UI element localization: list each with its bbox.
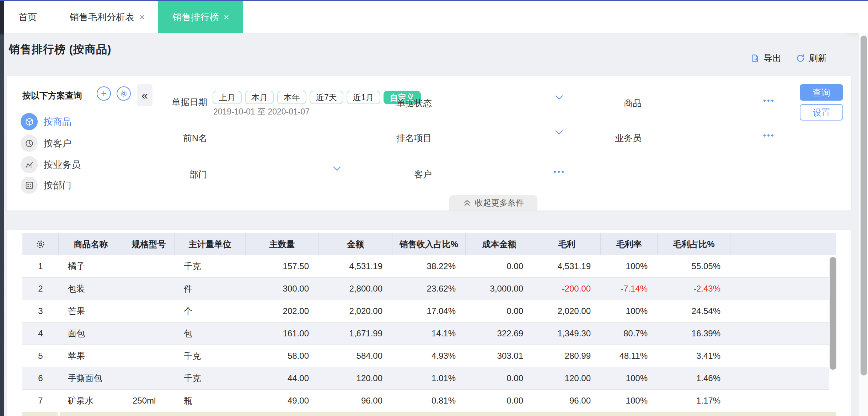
table-cell: 24.54% — [658, 300, 730, 322]
department-select[interactable] — [211, 163, 351, 181]
tab-bar: 首页销售毛利分析表×销售排行榜× — [4, 1, 868, 33]
column-settings-gear-icon[interactable] — [22, 233, 59, 255]
settings-button[interactable]: 设置 — [800, 104, 843, 121]
field-customer: 客户 — [370, 163, 573, 181]
field-top-n: 前N名 — [145, 127, 351, 145]
collapsed-nav-strip[interactable] — [0, 0, 4, 416]
column-header-毛利[interactable]: 毛利 — [533, 233, 601, 255]
table-row[interactable]: 4面包包161.001,671.9914.1%322.691,349.3080.… — [22, 322, 829, 345]
table-cell: 0.81% — [392, 390, 466, 412]
scheme-settings-button[interactable] — [117, 86, 131, 101]
date-pill-上月[interactable]: 上月 — [213, 91, 242, 104]
collapse-more-filters-button[interactable]: 收起更多条件 — [449, 195, 537, 210]
chevron-down-icon — [554, 95, 564, 100]
date-range-value[interactable]: 2019-10-01 至 2020-01-07 — [213, 106, 310, 117]
customer-lookup-input[interactable] — [436, 163, 573, 181]
field-product: 商品 — [599, 92, 783, 110]
column-header-毛利率[interactable]: 毛利率 — [601, 233, 658, 255]
field-label: 业务员 — [599, 127, 642, 145]
table-cell — [123, 255, 175, 277]
tab-close-icon[interactable]: × — [139, 12, 145, 22]
table-cell: 303.01 — [466, 345, 533, 367]
tab-close-icon[interactable]: × — [224, 12, 229, 22]
field-label: 排名项目 — [370, 127, 432, 145]
date-pill-本年[interactable]: 本年 — [277, 91, 306, 104]
export-button[interactable]: 导出 — [750, 52, 781, 64]
table-row[interactable]: 7矿泉水250ml瓶49.0096.000.81%0.0096.00100%1.… — [22, 390, 829, 412]
field-label: 单据状态 — [370, 92, 432, 110]
table-cell: 120.00 — [319, 367, 392, 389]
query-button[interactable]: 查询 — [800, 84, 843, 101]
ellipsis-icon[interactable] — [763, 134, 773, 137]
product-lookup-input[interactable] — [646, 92, 783, 110]
column-header-销售收入占比%[interactable]: 销售收入占比% — [392, 233, 466, 255]
table-cell: 300.00 — [246, 278, 319, 300]
table-cell: 芒果 — [59, 300, 123, 322]
page-scrollbar-track[interactable] — [859, 33, 868, 416]
top-n-input[interactable] — [211, 127, 351, 145]
add-scheme-button[interactable] — [97, 86, 111, 101]
table-cell: 4,531.19 — [533, 255, 601, 277]
table-cell-filler — [730, 367, 829, 389]
table-row[interactable]: 2包装件300.002,800.0023.62%3,000.00-200.00-… — [22, 278, 829, 300]
table-cell-filler — [730, 390, 829, 412]
tab-销售毛利分析表[interactable]: 销售毛利分析表× — [65, 1, 150, 33]
tab-销售排行榜[interactable]: 销售排行榜× — [158, 1, 243, 33]
table-cell: 322.69 — [466, 322, 533, 345]
salesman-lookup-input[interactable] — [646, 127, 783, 145]
table-cell: 38.22% — [392, 255, 466, 277]
scheme-item-按商品[interactable]: 按商品 — [21, 113, 71, 130]
column-header-毛利占比%[interactable]: 毛利占比% — [658, 233, 730, 255]
table-cell — [123, 300, 175, 322]
table-cell: 件 — [175, 278, 246, 300]
field-doc-status: 单据状态 — [370, 92, 573, 110]
date-pill-本月[interactable]: 本月 — [245, 91, 274, 104]
column-header-商品名称[interactable]: 商品名称 — [59, 233, 123, 255]
table-row[interactable]: 1橘子千克157.504,531.1938.22%0.004,531.19100… — [22, 255, 829, 278]
table-row[interactable]: 6手撕面包千克44.00120.001.01%0.00120.00100%1.4… — [22, 367, 829, 390]
table-cell: 96.00 — [533, 390, 601, 412]
page-title: 销售排行榜 (按商品) — [9, 42, 111, 57]
table-cell: -2.43% — [658, 278, 730, 300]
scheme-item-按客户[interactable]: 按客户 — [21, 135, 71, 152]
column-header-成本金额[interactable]: 成本金额 — [466, 233, 533, 255]
table-cell: 千克 — [175, 255, 246, 277]
refresh-label: 刷新 — [809, 52, 827, 64]
export-icon — [750, 53, 760, 63]
column-header-主数量[interactable]: 主数量 — [246, 233, 319, 255]
table-row[interactable]: 3芒果个202.002,020.0017.04%0.002,020.00100%… — [22, 300, 829, 322]
rank-item-select[interactable] — [436, 127, 573, 145]
table-cell: 2,800.00 — [319, 278, 392, 300]
page-scrollbar-thumb[interactable] — [861, 36, 867, 375]
trend-icon — [21, 156, 38, 173]
column-header-主计量单位[interactable]: 主计量单位 — [175, 233, 246, 255]
double-chevron-up-icon — [463, 199, 471, 207]
table-cell — [123, 322, 175, 345]
gear-icon — [119, 89, 128, 98]
table-row[interactable]: 5苹果千克58.00584.004.93%303.01280.9948.11%3… — [22, 345, 829, 367]
column-header-金额[interactable]: 金额 — [319, 233, 392, 255]
ellipsis-icon[interactable] — [554, 171, 564, 173]
table-cell: 58.00 — [246, 345, 319, 367]
table-cell: 面包 — [59, 322, 123, 345]
table-cell: 100% — [601, 390, 658, 412]
scheme-item-label: 按客户 — [44, 137, 71, 150]
table-cell — [123, 278, 175, 300]
filter-panel: 按以下方案查询 « 按商品按客户按业务员按部门 单据日期 上月本月本年近7天近1… — [7, 76, 851, 210]
doc-status-select[interactable] — [436, 92, 573, 110]
table-cell-filler — [730, 255, 829, 277]
field-label: 商品 — [599, 92, 642, 110]
scheme-item-按部门[interactable]: 按部门 — [21, 177, 71, 194]
tab-首页[interactable]: 首页 — [14, 1, 42, 33]
table-scrollbar-thumb[interactable] — [830, 257, 836, 370]
scheme-item-按业务员[interactable]: 按业务员 — [21, 156, 81, 173]
ellipsis-icon[interactable] — [763, 100, 773, 102]
table-cell: 千克 — [175, 367, 246, 389]
date-pill-近7天[interactable]: 近7天 — [310, 91, 343, 104]
column-header-规格型号[interactable]: 规格型号 — [123, 233, 175, 255]
table-cell: 23.62% — [392, 278, 466, 300]
refresh-button[interactable]: 刷新 — [795, 52, 827, 64]
field-label: 前N名 — [145, 127, 207, 145]
table-cell: 瓶 — [175, 390, 246, 412]
table-cell: -200.00 — [533, 278, 601, 300]
